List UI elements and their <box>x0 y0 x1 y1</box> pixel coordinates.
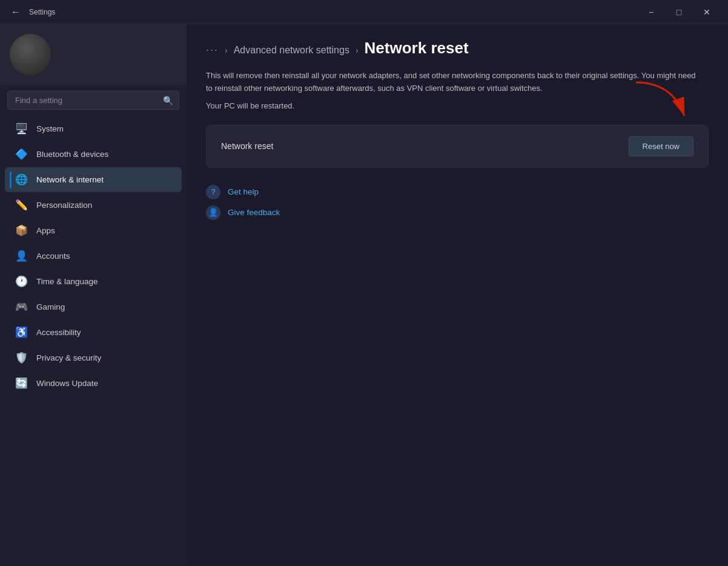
privacy-icon: 🛡️ <box>15 351 28 364</box>
sidebar-item-label: Time & language <box>36 277 98 286</box>
help-section: ? Get help 👤 Give feedback <box>206 185 709 220</box>
sidebar-item-label: Accounts <box>36 251 70 261</box>
update-icon: 🔄 <box>15 377 28 390</box>
get-help-label: Get help <box>228 187 259 196</box>
sidebar-item-label: System <box>36 124 64 133</box>
description-text: This will remove then reinstall all your… <box>206 70 703 95</box>
sidebar-item-network[interactable]: 🌐 Network & internet <box>5 167 182 192</box>
breadcrumb: ··· › Advanced network settings › Networ… <box>206 39 709 58</box>
sidebar-item-update[interactable]: 🔄 Windows Update <box>5 371 182 396</box>
give-feedback-label: Give feedback <box>228 208 280 217</box>
sidebar-item-time[interactable]: 🕐 Time & language <box>5 269 182 294</box>
sidebar-item-label: Windows Update <box>36 379 98 388</box>
sidebar: 🔍 🖥️ System 🔷 Bluetooth & devices 🌐 Netw… <box>0 24 187 566</box>
reset-card-label: Network reset <box>221 141 273 151</box>
back-button[interactable]: ← <box>7 4 24 21</box>
sidebar-item-label: Bluetooth & devices <box>36 150 108 159</box>
main-content: ··· › Advanced network settings › Networ… <box>187 24 728 566</box>
sidebar-item-accessibility[interactable]: ♿ Accessibility <box>5 320 182 345</box>
sidebar-item-bluetooth[interactable]: 🔷 Bluetooth & devices <box>5 142 182 167</box>
breadcrumb-link[interactable]: Advanced network settings <box>234 45 349 56</box>
sidebar-item-label: Privacy & security <box>36 353 101 362</box>
sidebar-item-accounts[interactable]: 👤 Accounts <box>5 244 182 268</box>
breadcrumb-sep2: › <box>356 45 359 55</box>
page-title: Network reset <box>365 39 469 58</box>
system-icon: 🖥️ <box>15 122 28 135</box>
sidebar-item-personalization[interactable]: ✏️ Personalization <box>5 193 182 218</box>
sidebar-nav: 🖥️ System 🔷 Bluetooth & devices 🌐 Networ… <box>0 116 187 396</box>
avatar <box>10 34 51 75</box>
titlebar: ← Settings − □ ✕ <box>0 0 728 24</box>
sidebar-item-apps[interactable]: 📦 Apps <box>5 218 182 243</box>
minimize-button[interactable]: − <box>637 0 665 24</box>
reset-section: Network reset Reset now <box>206 125 709 168</box>
titlebar-title: Settings <box>29 8 55 16</box>
breadcrumb-dots: ··· <box>206 44 219 56</box>
get-help-link[interactable]: ? Get help <box>206 185 709 199</box>
sidebar-item-label: Accessibility <box>36 328 81 337</box>
sidebar-item-label: Apps <box>36 226 55 235</box>
restart-notice: Your PC will be restarted. <box>206 101 709 110</box>
sidebar-item-label: Gaming <box>36 302 65 311</box>
search-box: 🔍 <box>7 91 179 110</box>
reset-now-button[interactable]: Reset now <box>629 136 693 156</box>
window-controls: − □ ✕ <box>637 0 721 24</box>
network-reset-card: Network reset Reset now <box>206 125 709 168</box>
maximize-button[interactable]: □ <box>665 0 693 24</box>
close-button[interactable]: ✕ <box>693 0 721 24</box>
profile-section <box>0 24 187 85</box>
sidebar-item-label: Personalization <box>36 201 92 210</box>
network-icon: 🌐 <box>15 173 28 186</box>
sidebar-item-system[interactable]: 🖥️ System <box>5 116 182 141</box>
accessibility-icon: ♿ <box>15 326 28 339</box>
breadcrumb-sep1: › <box>225 45 228 55</box>
search-input[interactable] <box>7 91 179 110</box>
sidebar-item-gaming[interactable]: 🎮 Gaming <box>5 295 182 319</box>
sidebar-item-privacy[interactable]: 🛡️ Privacy & security <box>5 345 182 370</box>
search-icon: 🔍 <box>163 96 173 105</box>
sidebar-item-label: Network & internet <box>36 175 104 184</box>
accounts-icon: 👤 <box>15 250 28 262</box>
give-feedback-link[interactable]: 👤 Give feedback <box>206 205 709 220</box>
bluetooth-icon: 🔷 <box>15 148 28 161</box>
apps-icon: 📦 <box>15 224 28 237</box>
give-feedback-icon: 👤 <box>206 205 220 220</box>
gaming-icon: 🎮 <box>15 301 28 313</box>
app-layout: 🔍 🖥️ System 🔷 Bluetooth & devices 🌐 Netw… <box>0 24 728 566</box>
get-help-icon: ? <box>206 185 220 199</box>
time-icon: 🕐 <box>15 275 28 288</box>
personalization-icon: ✏️ <box>15 199 28 211</box>
